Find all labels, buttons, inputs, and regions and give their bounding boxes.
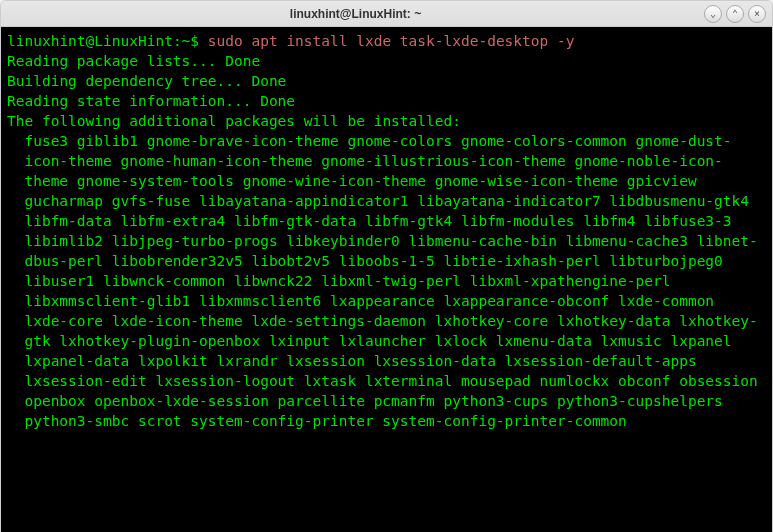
window-buttons: ⌄ ⌃ × [704, 5, 766, 23]
maximize-button[interactable]: ⌃ [726, 5, 744, 23]
close-button[interactable]: × [748, 5, 766, 23]
output-line: Building dependency tree... Done [7, 71, 766, 91]
package-list: fuse3 giblib1 gnome-brave-icon-theme gno… [7, 131, 766, 431]
output-line: Reading state information... Done [7, 91, 766, 111]
titlebar[interactable]: linuxhint@LinuxHint: ~ ⌄ ⌃ × [1, 1, 772, 27]
prompt-user-host: linuxhint@LinuxHint [7, 33, 173, 49]
minimize-button[interactable]: ⌄ [704, 5, 722, 23]
command-text: sudo apt install lxde task-lxde-desktop … [208, 33, 575, 49]
terminal-window: linuxhint@LinuxHint: ~ ⌄ ⌃ × linuxhint@L… [0, 0, 773, 532]
prompt-sep1: : [173, 33, 182, 49]
terminal-body[interactable]: linuxhint@LinuxHint:~$ sudo apt install … [1, 27, 772, 532]
prompt-dollar: $ [190, 33, 199, 49]
window-title: linuxhint@LinuxHint: ~ [7, 7, 704, 21]
prompt-line: linuxhint@LinuxHint:~$ sudo apt install … [7, 31, 766, 51]
output-line: The following additional packages will b… [7, 111, 766, 131]
output-line: Reading package lists... Done [7, 51, 766, 71]
